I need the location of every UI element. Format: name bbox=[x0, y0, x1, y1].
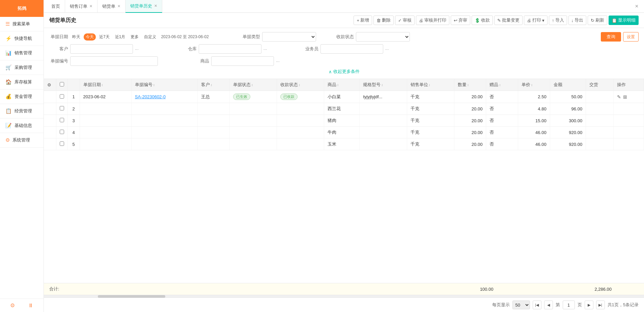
row-checkbox[interactable] bbox=[60, 130, 64, 134]
export-button[interactable]: ↓ 导出 bbox=[568, 16, 587, 25]
import-button[interactable]: ↑ 导入 bbox=[549, 16, 567, 25]
settings-footer-icon[interactable]: ⚙ bbox=[10, 302, 15, 309]
payment-status-select[interactable] bbox=[356, 32, 410, 42]
sidebar-item-operations[interactable]: 📋 经营管理 bbox=[0, 104, 44, 119]
cell-customer: 王总 bbox=[198, 91, 230, 103]
tab-home[interactable]: 首页 bbox=[47, 0, 65, 13]
scrollbar-thumb[interactable] bbox=[98, 295, 165, 298]
edit-action-icon[interactable]: ✎ bbox=[617, 94, 621, 100]
cell-quantity: 20.00 bbox=[454, 127, 486, 138]
cell-checkbox bbox=[56, 138, 67, 150]
audit-button[interactable]: ✓ 审核 bbox=[395, 16, 415, 25]
delete-button[interactable]: 🗑 删除 bbox=[373, 16, 394, 25]
warehouse-picker-icon[interactable]: ··· bbox=[263, 47, 267, 52]
audit-icon: ✓ bbox=[398, 18, 402, 23]
doc-number-link[interactable]: SA-20230602-0 bbox=[135, 94, 166, 99]
th-unit[interactable]: 销售单位↕ bbox=[407, 79, 454, 91]
date-last7days[interactable]: 近7天 bbox=[97, 33, 112, 41]
page-size-select[interactable]: 50 20 100 bbox=[512, 301, 530, 309]
cell-gift: 否 bbox=[486, 127, 518, 138]
th-gift[interactable]: 赠品↕ bbox=[486, 79, 518, 91]
tab-sales-history[interactable]: 销货单历史 ✕ bbox=[125, 0, 162, 13]
next-page-button[interactable]: ▶ bbox=[585, 301, 593, 309]
cell-gift: 否 bbox=[486, 138, 518, 150]
batch-change-button[interactable]: ✎ 批量变更 bbox=[494, 16, 523, 25]
tab-close-sales-order[interactable]: ✕ bbox=[89, 4, 92, 8]
tab-close-sales-history[interactable]: ✕ bbox=[154, 4, 157, 8]
tab-sales-order[interactable]: 销售订单 ✕ bbox=[65, 0, 97, 13]
cell-transaction bbox=[586, 138, 614, 150]
collapse-filter-button[interactable]: ∧ 收起更多条件 bbox=[329, 69, 360, 75]
salesperson-input[interactable] bbox=[320, 44, 383, 54]
select-all-checkbox[interactable] bbox=[60, 82, 64, 86]
sidebar-item-quick-nav[interactable]: ⚡ 快捷导航 bbox=[0, 31, 44, 46]
abandon-button[interactable]: ↩ 弃审 bbox=[451, 16, 470, 25]
show-detail-button[interactable]: 📋 显示明细 bbox=[609, 16, 639, 25]
page-number-input[interactable] bbox=[563, 301, 575, 309]
customer-picker-icon[interactable]: ··· bbox=[135, 47, 139, 52]
sidebar-item-search-menu[interactable]: ☰ 搜索菜单 bbox=[0, 17, 44, 31]
date-last1month[interactable]: 近1月 bbox=[113, 33, 128, 41]
date-custom[interactable]: 自定义 bbox=[142, 33, 158, 41]
copy-action-icon[interactable]: ⊞ bbox=[623, 94, 627, 100]
filter-settings-button[interactable]: 设置 bbox=[623, 32, 639, 42]
prev-page-button[interactable]: ◀ bbox=[544, 301, 553, 309]
th-payment-status[interactable]: 收款状态↕ bbox=[277, 79, 324, 91]
tab-sales-goods[interactable]: 销货单 ✕ bbox=[97, 0, 125, 13]
cell-amount: 920.00 bbox=[550, 127, 586, 138]
payment-status-badge: 已收款 bbox=[280, 94, 298, 100]
date-more[interactable]: 更多 bbox=[129, 33, 141, 41]
date-today[interactable]: 今天 bbox=[84, 33, 96, 41]
sidebar-item-system[interactable]: ⚙ 系统管理 bbox=[0, 133, 44, 148]
customer-input[interactable] bbox=[70, 44, 133, 54]
sidebar-item-label: 快捷导航 bbox=[15, 35, 32, 42]
quick-nav-icon: ⚡ bbox=[5, 35, 12, 42]
salesperson-picker-icon[interactable]: ··· bbox=[385, 47, 389, 52]
row-checkbox[interactable] bbox=[60, 118, 64, 122]
refresh-button[interactable]: ↻ 刷新 bbox=[588, 16, 607, 25]
row-checkbox[interactable] bbox=[60, 94, 64, 99]
sidebar-item-label: 资金管理 bbox=[15, 94, 32, 100]
sidebar-item-basic-info[interactable]: 📝 基础信息 bbox=[0, 119, 44, 133]
filter-area: 单据日期 昨天 今天 近7天 近1月 更多 自定义 2023-06-02 至 2… bbox=[44, 28, 644, 79]
sidebar-item-sales-mgmt[interactable]: 📊 销售管理 bbox=[0, 46, 44, 60]
row-checkbox[interactable] bbox=[60, 141, 64, 146]
horizontal-scrollbar[interactable] bbox=[44, 295, 644, 297]
last-page-button[interactable]: ▶| bbox=[596, 301, 605, 309]
warehouse-input[interactable] bbox=[199, 44, 261, 54]
first-page-button[interactable]: |◀ bbox=[533, 301, 541, 309]
product-input[interactable] bbox=[211, 56, 274, 66]
th-settings[interactable]: ⚙ bbox=[44, 79, 56, 91]
payment-status-label: 收款状态 bbox=[335, 34, 354, 40]
add-button[interactable]: + 新增 bbox=[354, 16, 372, 25]
cell-doc-number bbox=[131, 127, 197, 138]
th-quantity[interactable]: 数量↕ bbox=[454, 79, 486, 91]
row-checkbox[interactable] bbox=[60, 106, 64, 110]
tab-bar-close-all[interactable]: ✕ bbox=[632, 2, 641, 10]
th-customer[interactable]: 客户↕ bbox=[198, 79, 230, 91]
th-doc-number[interactable]: 单据编号↕ bbox=[131, 79, 197, 91]
pause-footer-icon[interactable]: ⏸ bbox=[28, 303, 33, 309]
th-doc-status[interactable]: 单据状态↕ bbox=[229, 79, 277, 91]
cell-transaction bbox=[586, 91, 614, 103]
th-spec[interactable]: 规格型号↕ bbox=[360, 79, 407, 91]
th-product[interactable]: 商品↕ bbox=[324, 79, 360, 91]
purchase-icon: 🛒 bbox=[5, 64, 12, 71]
print-button[interactable]: 🖨 打印 ▾ bbox=[524, 16, 548, 25]
query-button[interactable]: 查询 bbox=[601, 32, 621, 42]
doc-type-select[interactable] bbox=[262, 32, 316, 42]
sidebar-item-purchase-mgmt[interactable]: 🛒 采购管理 bbox=[0, 60, 44, 75]
th-doc-date[interactable]: 单据日期↕ bbox=[80, 79, 131, 91]
main-content: 首页 销售订单 ✕ 销货单 ✕ 销货单历史 ✕ ✕ 销货单历史 + 新增 🗑 删… bbox=[44, 0, 644, 312]
date-yesterday[interactable]: 昨天 bbox=[70, 33, 82, 41]
cell-gift: 否 bbox=[486, 115, 518, 127]
cell-quantity: 20.00 bbox=[454, 115, 486, 127]
collect-button[interactable]: 💲 收款 bbox=[472, 16, 493, 25]
product-picker-icon[interactable]: ··· bbox=[276, 59, 280, 64]
tab-close-sales-goods[interactable]: ✕ bbox=[117, 4, 120, 8]
sidebar-item-inventory[interactable]: 🏠 库存核算 bbox=[0, 75, 44, 89]
doc-number-input[interactable] bbox=[70, 56, 158, 66]
sidebar-item-finance[interactable]: 💰 资金管理 bbox=[0, 89, 44, 104]
th-unit-price[interactable]: 单价↕ bbox=[518, 79, 550, 91]
audit-print-button[interactable]: 🖨 审核并打印 bbox=[416, 16, 449, 25]
